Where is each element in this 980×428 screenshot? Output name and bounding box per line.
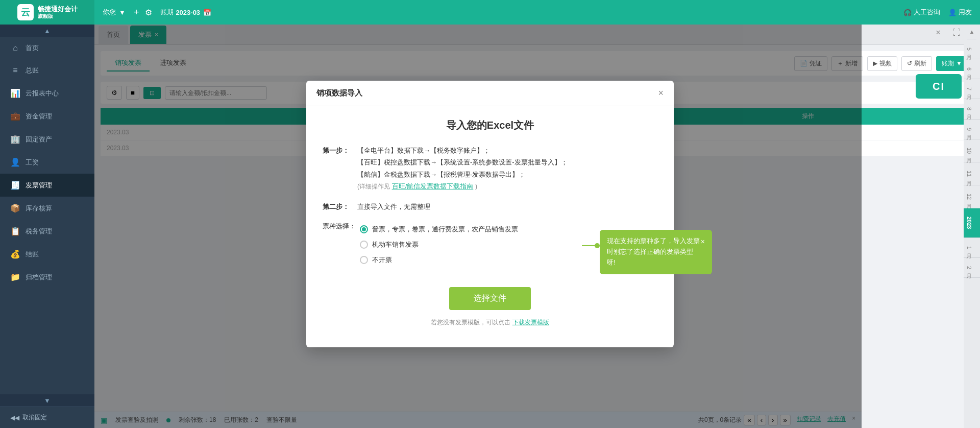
sidebar-item-fixed[interactable]: 🏢 固定资产: [0, 128, 94, 151]
user-icon: 👤: [948, 9, 957, 16]
sidebar-item-tax[interactable]: 📋 税务管理: [0, 220, 94, 243]
calendar-icon[interactable]: 📅: [203, 9, 211, 16]
add-button[interactable]: +: [134, 7, 139, 18]
salary-icon: 👤: [10, 157, 20, 167]
tax-icon: 📋: [10, 226, 20, 236]
rs-month-11[interactable]: 11月: [964, 162, 980, 185]
radio-item-1[interactable]: 普票，专票，卷票，通行费发票，农产品销售发票: [360, 225, 518, 234]
app-logo: 云 畅捷通好会计 旗舰版: [0, 0, 94, 25]
company-dropdown-icon[interactable]: ▼: [119, 9, 126, 16]
user-avatar: CI: [916, 74, 962, 99]
step2-row: 第二步： 直接导入文件，无需整理: [323, 201, 657, 212]
window-close-button[interactable]: ×: [931, 26, 945, 40]
sidebar-label-archive: 归档管理: [26, 273, 52, 282]
dialog-body: 导入您的Excel文件 第一步： 【全电平台】数据下载→【税务数字账户】； 【百…: [306, 106, 674, 347]
company-name: 你您: [103, 8, 116, 17]
step1-row: 第一步： 【全电平台】数据下载→【税务数字账户】； 【百旺】税控盘数据下载→【系…: [323, 145, 657, 193]
sidebar-label-home: 首页: [26, 43, 39, 53]
sidebar-item-home[interactable]: ⌂ 首页: [0, 37, 94, 59]
sidebar-item-salary[interactable]: 👤 工资: [0, 151, 94, 174]
sidebar-label-inventory: 库存核算: [26, 204, 52, 213]
rs-month-6[interactable]: 6月: [964, 59, 980, 79]
sidebar-label-fixed: 固定资产: [26, 135, 52, 144]
step1-note: (详细操作见 百旺/航信发票数据下载指南 ): [357, 180, 568, 193]
step1-link[interactable]: 百旺/航信发票数据下载指南: [392, 182, 474, 190]
rs-month-12[interactable]: 12月: [964, 185, 980, 208]
period-label: 账期: [160, 8, 174, 17]
consult-button[interactable]: 🎧 人工咨询: [903, 8, 940, 17]
pin-icon: ◀◀: [10, 414, 19, 421]
settle-icon: 💰: [10, 249, 20, 259]
sidebar-unpin-button[interactable]: ◀◀ 取消固定: [0, 407, 94, 428]
sidebar-label-report: 云报表中心: [26, 89, 59, 98]
scroll-up-arrow[interactable]: ▲: [0, 25, 94, 37]
step2-content: 直接导入文件，无需整理: [357, 201, 430, 212]
sidebar-item-ledger[interactable]: ≡ 总账: [0, 59, 94, 82]
report-icon: 📊: [10, 88, 20, 98]
ticket-label: 票种选择：: [323, 222, 356, 231]
refresh-icon: ↺: [907, 60, 912, 67]
rs-month-8[interactable]: 8月: [964, 99, 980, 119]
rs-up-arrow[interactable]: ▲: [967, 25, 977, 39]
step1-line2: 【百旺】税控盘数据下载→【系统设置-系统参数设置-发票批量导入】；: [357, 156, 568, 168]
sidebar-item-report[interactable]: 📊 云报表中心: [0, 82, 94, 105]
top-bar-right: 🎧 人工咨询 👤 用友: [903, 8, 980, 17]
radio-circle-2: [360, 241, 368, 249]
sidebar-item-settle[interactable]: 💰 结账: [0, 243, 94, 266]
fund-icon: 💼: [10, 111, 20, 121]
fixed-icon: 🏢: [10, 134, 20, 144]
logo-icon: 云: [17, 4, 34, 20]
sidebar-label-salary: 工资: [26, 158, 39, 167]
sidebar-item-invoice[interactable]: 🧾 发票管理: [0, 174, 94, 197]
top-bar-center: 你您 ▼ + ⚙ 账期 2023-03 📅: [94, 7, 903, 18]
select-file-button[interactable]: 选择文件: [449, 287, 531, 310]
rs-month-7[interactable]: 7月: [964, 79, 980, 99]
sidebar-scroll: ⌂ 首页 ≡ 总账 📊 云报表中心 💼 资金管理 🏢 固定资产 👤 工资 🧾 发…: [0, 37, 94, 394]
step1-content: 【全电平台】数据下载→【税务数字账户】； 【百旺】税控盘数据下载→【系统设置-系…: [357, 145, 568, 193]
radio-item-2[interactable]: 机动车销售发票 × 现在支持的票种多了，导入发票时别忘了选择正确的发票类型呀!: [360, 240, 518, 249]
dialog-title: 销项数据导入: [316, 88, 362, 98]
sidebar-label-invoice: 发票管理: [26, 181, 52, 190]
sidebar-item-fund[interactable]: 💼 资金管理: [0, 105, 94, 128]
sidebar-label-settle: 结账: [26, 250, 39, 259]
window-maximize-button[interactable]: ⛶: [949, 26, 964, 40]
step2-label: 第二步：: [323, 201, 353, 212]
tooltip-connector: [582, 245, 597, 246]
rs-month-1[interactable]: 1月: [964, 238, 980, 258]
radio-circle-3: [360, 256, 368, 264]
rs-month-2[interactable]: 2月: [964, 258, 980, 278]
radio-item-3[interactable]: 不开票: [360, 255, 518, 265]
sidebar: ▲ ⌂ 首页 ≡ 总账 📊 云报表中心 💼 资金管理 🏢 固定资产 👤 工资 🧾…: [0, 25, 94, 428]
invoice-icon: 🧾: [10, 180, 20, 190]
rs-month-10[interactable]: 10月: [964, 139, 980, 162]
period-dropdown-icon: ▼: [956, 60, 962, 67]
radio-circle-1: [360, 225, 368, 233]
dialog-close-button[interactable]: ×: [658, 88, 664, 99]
top-bar: 云 畅捷通好会计 旗舰版 你您 ▼ + ⚙ 账期 2023-03 📅 🎧 人工咨…: [0, 0, 980, 25]
sidebar-label-fund: 资金管理: [26, 112, 52, 121]
app-edition: 旗舰版: [38, 13, 78, 19]
tooltip-close-button[interactable]: ×: [701, 236, 705, 247]
period-value: 2023-03: [176, 9, 200, 16]
rs-year-2023[interactable]: 2023: [964, 208, 980, 237]
dialog-footer: 若您没有发票模版，可以点击 下载发票模版: [323, 318, 657, 331]
home-icon: ⌂: [10, 43, 20, 53]
settings-icon[interactable]: ⚙: [145, 8, 152, 17]
scroll-down-arrow[interactable]: ▼: [0, 394, 94, 407]
download-template-link[interactable]: 下载发票模版: [512, 319, 549, 326]
right-sidebar: ▲ 5月 6月 7月 8月 9月 10月 11月 12月 2023 1月 2月: [964, 25, 980, 428]
import-dialog: 销项数据导入 × 导入您的Excel文件 第一步： 【全电平台】数据下载→【税务…: [306, 81, 674, 347]
sidebar-label-ledger: 总账: [26, 66, 39, 75]
rs-month-9[interactable]: 9月: [964, 120, 980, 139]
video-button[interactable]: ▶ 视频: [867, 56, 897, 71]
dialog-header: 销项数据导入 ×: [306, 81, 674, 106]
period-dropdown-button[interactable]: 账期 ▼: [936, 56, 968, 71]
app-name: 畅捷通好会计: [38, 5, 78, 13]
video-icon: ▶: [873, 60, 877, 67]
sidebar-item-archive[interactable]: 📁 归档管理: [0, 266, 94, 289]
user-button[interactable]: 👤 用友: [948, 8, 972, 17]
rs-month-5[interactable]: 5月: [964, 39, 980, 59]
window-controls: × ⛶: [931, 26, 964, 40]
sidebar-item-inventory[interactable]: 📦 库存核算: [0, 197, 94, 220]
refresh-button[interactable]: ↺ 刷新: [901, 56, 932, 71]
